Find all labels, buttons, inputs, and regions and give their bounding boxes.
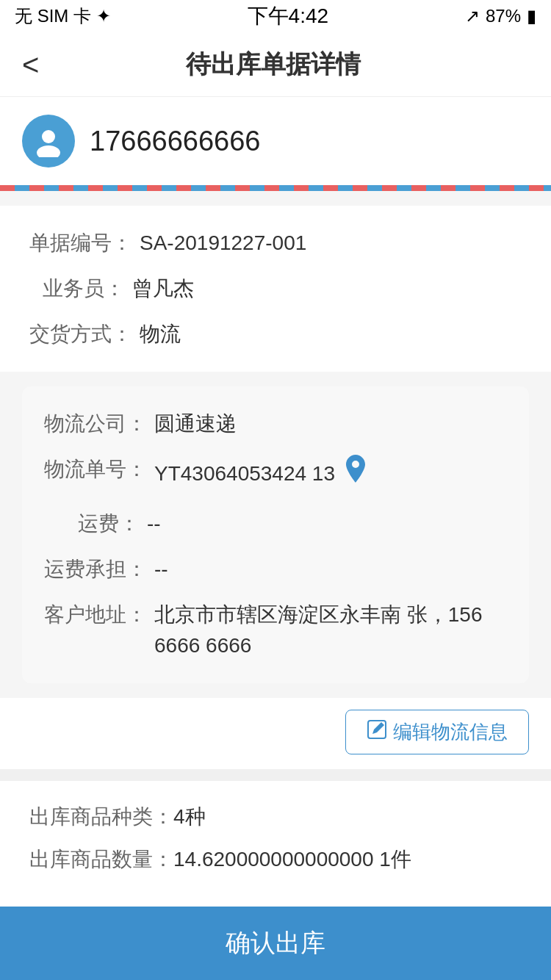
status-bar-left: 无 SIM 卡 ✦ — [15, 4, 111, 28]
freight-value: -- — [147, 508, 507, 539]
goods-section: 出库商品种类： 4种 出库商品数量： 14.620000000000000 1件 — [0, 781, 551, 896]
status-bar-time: 下午4:42 — [248, 2, 329, 30]
delivery-row: 交货方式： 物流 — [29, 319, 522, 350]
logistics-company-value: 圆通速递 — [154, 408, 507, 439]
section-divider — [0, 769, 551, 781]
order-no-row: 单据编号： SA-20191227-001 — [29, 228, 522, 259]
page-title: 待出库单据详情 — [54, 48, 492, 82]
svg-point-1 — [37, 145, 60, 157]
goods-quantity-value: 14.620000000000000 1件 — [173, 846, 411, 873]
goods-type-label: 出库商品种类： — [29, 803, 173, 831]
tracking-row: 物流单号： YT43064053424 13 — [44, 454, 507, 494]
battery-status: 87% — [486, 6, 521, 26]
location-icon[interactable] — [344, 454, 367, 494]
goods-quantity-row: 出库商品数量： 14.620000000000000 1件 — [29, 846, 522, 873]
sim-status: 无 SIM 卡 ✦ — [15, 4, 111, 28]
salesman-row: 业务员： 曾凡杰 — [29, 273, 522, 304]
customer-avatar — [22, 115, 75, 167]
status-bar: 无 SIM 卡 ✦ 下午4:42 ↗ 87% ▮ — [0, 0, 551, 32]
confirm-button-label: 确认出库 — [226, 926, 325, 960]
order-no-label: 单据编号： — [29, 228, 132, 259]
freight-bearer-label: 运费承担： — [44, 554, 147, 585]
tracking-number: YT43064053424 13 — [154, 458, 335, 489]
back-button[interactable]: < — [22, 50, 39, 79]
address-row: 客户地址： 北京市市辖区海淀区永丰南 张，156 6666 6666 — [44, 599, 507, 661]
basic-info-section: 单据编号： SA-20191227-001 业务员： 曾凡杰 交货方式： 物流 — [0, 206, 551, 372]
address-value: 北京市市辖区海淀区永丰南 张，156 6666 6666 — [154, 599, 507, 661]
customer-phone: 17666666666 — [90, 126, 260, 157]
logistics-company-row: 物流公司： 圆通速递 — [44, 408, 507, 439]
customer-header: 17666666666 — [0, 97, 551, 185]
goods-quantity-label: 出库商品数量： — [29, 846, 173, 873]
nav-bar: < 待出库单据详情 — [0, 32, 551, 97]
freight-bearer-value: -- — [154, 554, 507, 585]
edit-icon — [367, 719, 387, 745]
edit-logistics-button[interactable]: 编辑物流信息 — [345, 710, 529, 754]
edit-logistics-area: 编辑物流信息 — [0, 698, 551, 769]
delivery-value: 物流 — [140, 319, 522, 350]
edit-logistics-label: 编辑物流信息 — [393, 719, 508, 745]
freight-bearer-row: 运费承担： -- — [44, 554, 507, 585]
freight-label: 运费： — [44, 508, 140, 539]
freight-row: 运费： -- — [44, 508, 507, 539]
location-indicator: ↗ — [465, 6, 480, 26]
confirm-bar[interactable]: 确认出库 — [0, 907, 551, 980]
logistics-company-label: 物流公司： — [44, 408, 147, 439]
tracking-value: YT43064053424 13 — [154, 454, 507, 494]
status-bar-right: ↗ 87% ▮ — [465, 6, 536, 26]
svg-point-0 — [42, 130, 55, 143]
goods-type-row: 出库商品种类： 4种 — [29, 803, 522, 831]
goods-type-value: 4种 — [173, 803, 206, 831]
tracking-label: 物流单号： — [44, 454, 147, 485]
dashed-divider — [0, 185, 551, 191]
logistics-card: 物流公司： 圆通速递 物流单号： YT43064053424 13 运费： --… — [22, 386, 529, 683]
salesman-value: 曾凡杰 — [132, 273, 522, 304]
delivery-label: 交货方式： — [29, 319, 132, 350]
battery-icon: ▮ — [527, 6, 536, 26]
address-label: 客户地址： — [44, 599, 147, 630]
salesman-label: 业务员： — [29, 273, 125, 304]
order-no-value: SA-20191227-001 — [140, 228, 522, 259]
